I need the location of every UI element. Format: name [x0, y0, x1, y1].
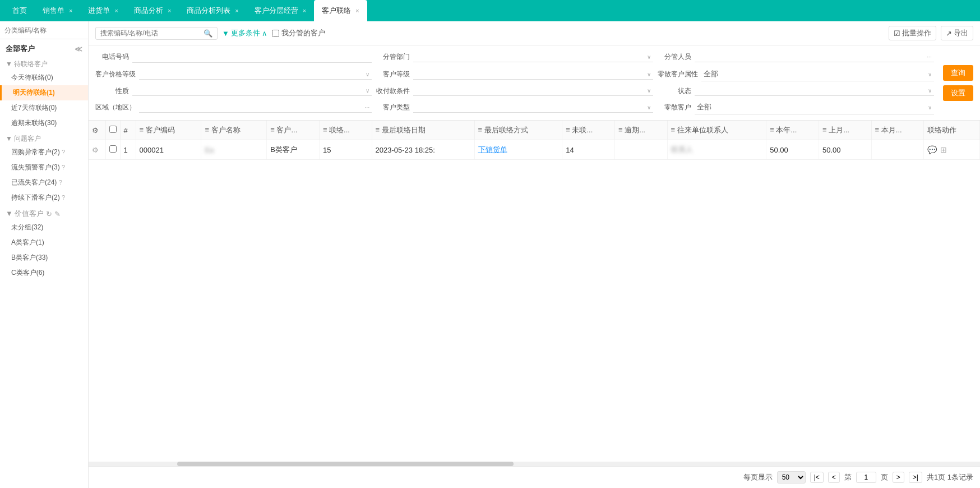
my-customers-check[interactable]	[272, 30, 279, 37]
close-icon[interactable]: ×	[69, 7, 72, 14]
sidebar-item-warning[interactable]: 流失预警客户(3) ?	[0, 160, 88, 175]
nav-sales[interactable]: 销售单 ×	[35, 0, 80, 21]
filter-retail-select[interactable]: 全部∨	[695, 100, 934, 114]
batch-operate-btn[interactable]: ☑ 批量操作	[889, 26, 936, 40]
sidebar-item-tomorrow[interactable]: 明天待联络(1)	[0, 85, 88, 100]
filter-dept: 分管部门 ∨	[376, 52, 653, 62]
filter-dept-select[interactable]: ∨	[413, 52, 653, 62]
close-icon[interactable]: ×	[303, 7, 306, 14]
sidebar-search-area: 🔍	[0, 21, 88, 39]
export-btn[interactable]: ↗ 导出	[941, 26, 973, 40]
nav-home[interactable]: 首页	[4, 0, 35, 21]
close-icon[interactable]: ×	[114, 7, 118, 14]
row-last-date: 2023-05-23 18:25:	[372, 140, 474, 160]
filter-price-grade-label: 客户价格等级	[95, 70, 136, 79]
col-last-month[interactable]: ≡ 上月...	[819, 121, 871, 140]
filter-status: 状态 ∨	[658, 86, 934, 96]
sidebar-item-today[interactable]: 今天待联络(0)	[0, 70, 88, 85]
sidebar-item-7days[interactable]: 近7天待联络(0)	[0, 100, 88, 116]
last-page-btn[interactable]: >|	[909, 472, 922, 483]
sidebar-item-c-class[interactable]: C类客户(6)	[0, 265, 88, 280]
table-area: ⚙ # ≡ 客户编码 ≡ 客户名称 ≡ 客户... ≡ 联络... ≡ 最后联络…	[89, 121, 980, 462]
page-input[interactable]	[856, 472, 876, 483]
table-footer: 每页显示 50 100 200 |< < 第 页 > >| 共1页 1条记录	[89, 466, 980, 488]
chat-icon[interactable]: 💬	[927, 145, 937, 154]
checkbox-icon: ☑	[894, 29, 900, 38]
nav-customer-tier[interactable]: 客户分层经营 ×	[247, 0, 314, 21]
select-all-checkbox[interactable]	[109, 126, 117, 133]
next-page-btn[interactable]: >	[893, 472, 904, 483]
top-nav: 首页 销售单 × 进货单 × 商品分析 × 商品分析列表 × 客户分层经营 × …	[0, 0, 980, 21]
filter-status-select[interactable]: ∨	[695, 86, 934, 96]
query-button[interactable]: 查询	[943, 65, 973, 81]
edit-icon[interactable]: ✎	[54, 210, 61, 218]
search-icon[interactable]: 🔍	[204, 29, 212, 38]
filter-retail-label: 零散客户	[658, 103, 691, 112]
filter-panel: 电话号码 分管部门 ∨ 分管人员 ···	[89, 45, 980, 121]
filter-price-grade-select[interactable]: ∨	[139, 70, 372, 80]
first-page-btn[interactable]: |<	[810, 472, 824, 483]
gear-icon[interactable]: ⚙	[92, 126, 99, 135]
filter-region-select[interactable]: ···	[139, 102, 372, 113]
group-title-value: ▼ 价值客户 ↻ ✎	[0, 205, 88, 220]
sidebar: 🔍 全部客户 ≪ ▼ 待联络客户 今天待联络(0) 明天待联络(1) 近7天待联…	[0, 21, 89, 488]
sidebar-item-overdue[interactable]: 逾期未联络(30)	[0, 116, 88, 131]
sidebar-item-abnormal[interactable]: 回购异常客户(2) ?	[0, 145, 88, 160]
col-last-date[interactable]: ≡ 最后联络日期	[372, 121, 474, 140]
filter-payment-select[interactable]: ∨	[413, 86, 653, 96]
row-name: Ea	[201, 140, 267, 160]
filter-status-label: 状态	[658, 86, 691, 96]
search-input[interactable]	[100, 29, 201, 37]
col-overdue[interactable]: ≡ 逾期...	[614, 121, 667, 140]
grid-icon[interactable]: ⊞	[940, 145, 947, 154]
sidebar-item-unclassified[interactable]: 未分组(32)	[0, 220, 88, 235]
close-icon[interactable]: ×	[168, 7, 171, 14]
sidebar-item-lost[interactable]: 已流失客户(24) ?	[0, 175, 88, 190]
filter-phone-input[interactable]	[132, 51, 372, 63]
last-method-link[interactable]: 下销货单	[478, 145, 507, 154]
col-this-month[interactable]: ≡ 本月...	[871, 121, 924, 140]
sidebar-item-a-class[interactable]: A类客户(1)	[0, 235, 88, 250]
horizontal-scrollbar[interactable]	[89, 462, 980, 466]
row-checkbox[interactable]	[109, 145, 117, 153]
refresh-icon[interactable]: ↻	[46, 210, 52, 218]
col-not-contact[interactable]: ≡ 未联...	[562, 121, 615, 140]
filter-price-grade: 客户价格等级 ∨	[95, 70, 372, 80]
filter-customer-type-select[interactable]: ∨	[413, 103, 653, 113]
filter-retail-attr-select[interactable]: 全部∨	[701, 67, 934, 81]
close-icon[interactable]: ×	[355, 7, 359, 14]
filter-nature-select[interactable]: ∨	[132, 86, 372, 96]
filter-row-1: 电话号码 分管部门 ∨ 分管人员 ···	[95, 51, 934, 63]
my-customers-checkbox[interactable]: 我分管的客户	[272, 28, 325, 38]
col-code[interactable]: ≡ 客户编码	[136, 121, 201, 140]
sidebar-item-declining[interactable]: 持续下滑客户(2) ?	[0, 190, 88, 205]
collapse-icon[interactable]: ≪	[75, 45, 82, 53]
nav-product-analysis[interactable]: 商品分析 ×	[126, 0, 179, 21]
more-conditions-btn[interactable]: ▼ 更多条件 ∧	[222, 28, 267, 38]
row-actions: 💬 ⊞	[924, 140, 980, 160]
col-name[interactable]: ≡ 客户名称	[201, 121, 267, 140]
col-contact[interactable]: ≡ 联络...	[319, 121, 372, 140]
filter-grade-select[interactable]: ∨	[413, 70, 653, 80]
sidebar-search-input[interactable]	[4, 26, 89, 34]
row-gear-cell[interactable]: ⚙	[89, 140, 105, 160]
nav-customer-contact[interactable]: 客户联络 ×	[314, 0, 367, 21]
col-type[interactable]: ≡ 客户...	[267, 121, 320, 140]
nav-product-analysis-list[interactable]: 商品分析列表 ×	[179, 0, 246, 21]
close-icon[interactable]: ×	[235, 7, 238, 14]
filter-person: 分管人员 ···	[658, 52, 934, 62]
filter-customer-type: 客户类型 ∨	[376, 103, 653, 113]
col-contact-person[interactable]: ≡ 往来单位联系人	[667, 121, 766, 140]
set-button[interactable]: 设置	[943, 85, 973, 101]
per-page-select[interactable]: 50 100 200	[777, 471, 806, 484]
filter-person-select[interactable]: ···	[695, 52, 934, 62]
col-this-year[interactable]: ≡ 本年...	[766, 121, 819, 140]
nav-purchase[interactable]: 进货单 ×	[80, 0, 126, 21]
sidebar-item-b-class[interactable]: B类客户(33)	[0, 250, 88, 265]
scrollbar-thumb[interactable]	[177, 462, 514, 466]
row-not-contact: 14	[562, 140, 615, 160]
page-label: 第	[844, 472, 852, 482]
prev-page-btn[interactable]: <	[828, 472, 840, 483]
col-last-method[interactable]: ≡ 最后联络方式	[474, 121, 562, 140]
col-gear[interactable]: ⚙	[89, 121, 105, 140]
